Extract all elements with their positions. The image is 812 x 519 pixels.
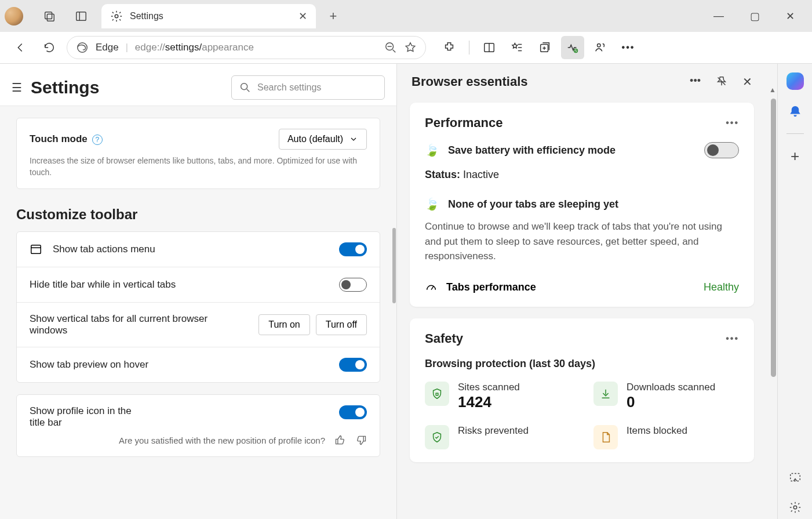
tab-actions-toggle[interactable] bbox=[339, 242, 367, 256]
settings-page: ☰ Settings Search settings Touch mode? A… bbox=[0, 64, 397, 519]
svg-rect-22 bbox=[436, 393, 438, 395]
svg-line-21 bbox=[431, 286, 434, 290]
performance-more-icon[interactable]: ••• bbox=[726, 118, 739, 128]
right-sidebar: + bbox=[777, 64, 812, 519]
hide-titlebar-row: Hide title bar while in vertical tabs bbox=[17, 267, 380, 303]
toolbar: Edge | edge://settings/appearance ••• bbox=[0, 32, 812, 64]
split-screen-icon[interactable] bbox=[478, 36, 501, 59]
touch-mode-select[interactable]: Auto (default) bbox=[279, 129, 367, 150]
safety-stats-row-1: Sites scanned 1424 Downloads scanned 0 bbox=[425, 382, 739, 411]
window-controls: — ▢ ✕ bbox=[713, 10, 812, 23]
unpin-icon[interactable] bbox=[715, 75, 728, 88]
shield-lock-icon bbox=[425, 382, 449, 406]
file-icon bbox=[593, 425, 618, 449]
safety-card: Safety ••• Browsing protection (last 30 … bbox=[410, 318, 754, 462]
back-button[interactable] bbox=[9, 36, 32, 59]
sidebar-settings-button[interactable] bbox=[784, 496, 807, 519]
profile-icon-card: Show profile icon in the title bar Are y… bbox=[16, 394, 380, 457]
browser-tab[interactable]: Settings ✕ bbox=[101, 4, 316, 28]
vertical-tabs-row: Show vertical tabs for all current brows… bbox=[17, 303, 380, 347]
sites-scanned-stat: Sites scanned 1424 bbox=[425, 382, 570, 411]
copilot-button[interactable] bbox=[784, 70, 807, 93]
turn-on-button[interactable]: Turn on bbox=[258, 314, 310, 335]
screenshot-button[interactable] bbox=[784, 466, 807, 489]
scroll-up-arrow[interactable]: ▲ bbox=[769, 86, 776, 94]
maximize-button[interactable]: ▢ bbox=[750, 10, 760, 23]
tab-preview-toggle[interactable] bbox=[339, 358, 367, 372]
add-sidebar-button[interactable]: + bbox=[784, 144, 807, 168]
settings-header: ☰ Settings Search settings bbox=[0, 64, 396, 106]
safety-subtitle: Browsing protection (last 30 days) bbox=[425, 358, 739, 370]
new-tab-button[interactable]: + bbox=[322, 9, 345, 24]
refresh-button[interactable] bbox=[38, 36, 61, 59]
svg-rect-0 bbox=[45, 12, 52, 19]
search-settings-input[interactable]: Search settings bbox=[231, 75, 385, 100]
page-title: Settings bbox=[31, 78, 99, 97]
favorites-list-icon[interactable] bbox=[505, 36, 529, 59]
svg-point-16 bbox=[598, 44, 601, 48]
menu-icon[interactable]: ☰ bbox=[12, 81, 22, 95]
svg-rect-23 bbox=[790, 474, 800, 481]
more-menu-icon[interactable]: ••• bbox=[617, 36, 640, 59]
hide-titlebar-toggle[interactable] bbox=[339, 278, 367, 292]
svg-point-24 bbox=[793, 506, 797, 509]
help-icon[interactable]: ? bbox=[92, 135, 103, 145]
sleeping-desc: Continue to browse and we'll keep track … bbox=[425, 219, 739, 264]
svg-point-4 bbox=[115, 14, 118, 18]
toolbar-options-card: Show tab actions menu Hide title bar whi… bbox=[16, 231, 380, 383]
svg-line-18 bbox=[247, 89, 250, 92]
touch-mode-label: Touch mode? bbox=[30, 133, 103, 145]
healthy-status: Healthy bbox=[704, 281, 739, 293]
efficiency-status: Status: Inactive bbox=[425, 169, 739, 181]
efficiency-mode-toggle[interactable] bbox=[704, 142, 739, 158]
essentials-body[interactable]: Performance ••• 🍃 Save battery with effi… bbox=[397, 100, 767, 519]
performance-card: Performance ••• 🍃 Save battery with effi… bbox=[410, 103, 754, 307]
settings-body[interactable]: Touch mode? Auto (default) Increases the… bbox=[0, 106, 396, 519]
account-icon[interactable] bbox=[589, 36, 612, 59]
scrollbar-thumb[interactable] bbox=[392, 228, 396, 303]
thumbs-up-icon[interactable] bbox=[334, 434, 346, 446]
workspaces-icon[interactable] bbox=[38, 5, 61, 28]
window-icon bbox=[30, 243, 42, 256]
svg-line-8 bbox=[393, 50, 396, 53]
tab-title: Settings bbox=[130, 11, 163, 21]
svg-point-17 bbox=[241, 84, 247, 90]
profile-icon-toggle[interactable] bbox=[339, 405, 367, 419]
zoom-icon[interactable] bbox=[384, 41, 397, 54]
gear-icon bbox=[110, 10, 123, 23]
download-icon bbox=[593, 382, 618, 406]
addr-prefix: Edge bbox=[96, 42, 119, 53]
content-area: ☰ Settings Search settings Touch mode? A… bbox=[0, 64, 812, 519]
search-icon bbox=[239, 81, 252, 94]
turn-off-button[interactable]: Turn off bbox=[316, 314, 367, 335]
svg-rect-2 bbox=[77, 12, 86, 20]
close-essentials-button[interactable]: ✕ bbox=[742, 75, 752, 89]
touch-mode-card: Touch mode? Auto (default) Increases the… bbox=[16, 118, 380, 189]
thumbs-down-icon[interactable] bbox=[355, 434, 367, 446]
essentials-scrollbar-thumb[interactable] bbox=[771, 99, 776, 377]
tab-preview-row: Show tab preview on hover bbox=[17, 347, 380, 382]
close-window-button[interactable]: ✕ bbox=[786, 10, 795, 23]
extensions-icon[interactable] bbox=[438, 36, 461, 59]
minimize-button[interactable]: — bbox=[713, 10, 724, 23]
favorite-icon[interactable] bbox=[404, 41, 417, 54]
essentials-more-icon[interactable]: ••• bbox=[690, 75, 701, 89]
collections-icon[interactable] bbox=[533, 36, 556, 59]
svg-rect-19 bbox=[31, 245, 41, 254]
items-blocked-stat: Items blocked bbox=[593, 425, 739, 449]
safety-stats-row-2: Risks prevented Items blocked bbox=[425, 425, 739, 449]
tab-actions-icon[interactable] bbox=[70, 5, 93, 28]
edge-icon bbox=[76, 41, 89, 54]
browser-essentials-icon[interactable] bbox=[561, 36, 584, 59]
downloads-scanned-stat: Downloads scanned 0 bbox=[593, 382, 739, 411]
leaf-icon: 🍃 bbox=[425, 197, 439, 211]
safety-more-icon[interactable]: ••• bbox=[726, 333, 739, 344]
profile-avatar[interactable] bbox=[5, 7, 23, 26]
touch-mode-desc: Increases the size of browser elements l… bbox=[30, 155, 367, 178]
close-tab-button[interactable]: ✕ bbox=[298, 10, 307, 23]
risks-prevented-stat: Risks prevented bbox=[425, 425, 570, 449]
address-bar[interactable]: Edge | edge://settings/appearance bbox=[67, 36, 426, 59]
notifications-button[interactable] bbox=[784, 100, 807, 123]
address-url: edge://settings/appearance bbox=[135, 42, 377, 53]
leaf-icon: 🍃 bbox=[425, 143, 439, 157]
